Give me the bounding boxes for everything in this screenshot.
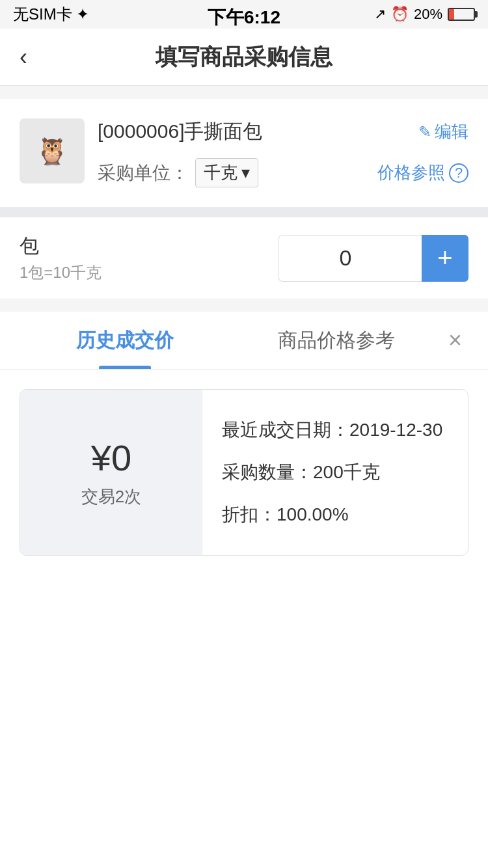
quantity-plus-button[interactable]: + xyxy=(422,235,468,282)
price-ref-label: 价格参照 xyxy=(377,161,445,184)
quantity-row: 包 1包=10千克 + xyxy=(0,217,488,299)
price-discount-value: 100.00% xyxy=(277,504,349,524)
tab-history-price-label: 历史成交价 xyxy=(76,327,174,354)
quantity-unit: 包 xyxy=(20,233,102,260)
unit-select-dropdown[interactable]: 千克 ▾ xyxy=(195,158,258,187)
unit-value: 千克 xyxy=(204,161,237,184)
owl-icon: 🦉 xyxy=(36,136,68,167)
price-card-left: ¥0 交易2次 xyxy=(20,390,202,555)
unit-row: 采购单位： 千克 ▾ 价格参照 ? xyxy=(98,158,468,187)
price-recent-date-row: 最近成交日期：2019-12-30 xyxy=(222,416,448,445)
quantity-input[interactable] xyxy=(278,235,422,282)
status-bar: 无SIM卡 ✦ 下午6:12 ↗ ⏰ 20% xyxy=(0,0,488,29)
price-purchase-qty-row: 采购数量：200千克 xyxy=(222,458,448,487)
sim-text: 无SIM卡 ✦ xyxy=(13,4,89,25)
price-ref-help-icon: ? xyxy=(449,163,468,183)
edit-icon: ✎ xyxy=(418,123,431,141)
price-purchase-qty-label: 采购数量： xyxy=(222,462,313,482)
tab-history-price[interactable]: 历史成交价 xyxy=(20,312,230,369)
product-details: [0000006]手撕面包 ✎ 编辑 采购单位： 千克 ▾ 价格参照 ? xyxy=(98,118,468,187)
alarm-icon: ⏰ xyxy=(391,6,409,23)
edit-label: 编辑 xyxy=(435,120,468,143)
quantity-conversion: 1包=10千克 xyxy=(20,262,102,283)
price-discount-label: 折扣： xyxy=(222,504,277,524)
price-amount: 0 xyxy=(111,437,131,478)
product-thumbnail: 🦉 xyxy=(20,118,85,183)
price-info-section: ¥0 交易2次 最近成交日期：2019-12-30 采购数量：200千克 折扣：… xyxy=(0,370,488,575)
status-left: 无SIM卡 ✦ xyxy=(13,4,89,25)
section-divider-gray xyxy=(0,207,488,217)
battery-percent: 20% xyxy=(414,6,442,23)
product-name: [0000006]手撕面包 xyxy=(98,118,262,145)
price-recent-date-label: 最近成交日期： xyxy=(222,420,349,440)
price-currency-symbol: ¥ xyxy=(91,437,111,478)
dropdown-arrow-icon: ▾ xyxy=(241,163,250,183)
price-reference-button[interactable]: 价格参照 ? xyxy=(377,161,468,184)
price-purchase-qty-value: 200千克 xyxy=(313,462,380,482)
tab-close-button[interactable]: × xyxy=(442,322,468,359)
page-title: 填写商品采购信息 xyxy=(156,42,332,72)
plus-icon: + xyxy=(437,243,452,273)
status-right: ↗ ⏰ 20% xyxy=(374,6,475,23)
price-discount-row: 折扣：100.00% xyxy=(222,500,448,530)
price-card-right: 最近成交日期：2019-12-30 采购数量：200千克 折扣：100.00% xyxy=(202,390,468,555)
tab-panel: 历史成交价 商品价格参考 × ¥0 交易2次 最近成交日期：2019-12-30… xyxy=(0,312,488,575)
bottom-content-area xyxy=(0,575,488,868)
location-icon: ↗ xyxy=(374,6,386,23)
tab-product-price-ref-label: 商品价格参考 xyxy=(278,327,395,354)
edit-button[interactable]: ✎ 编辑 xyxy=(418,120,468,143)
battery-icon xyxy=(448,8,475,21)
price-recent-date-value: 2019-12-30 xyxy=(349,420,442,440)
price-card: ¥0 交易2次 最近成交日期：2019-12-30 采购数量：200千克 折扣：… xyxy=(20,389,468,556)
battery-fill xyxy=(449,9,454,20)
unit-label: 采购单位： xyxy=(98,161,189,185)
status-time: 下午6:12 xyxy=(208,5,280,30)
back-button[interactable]: ‹ xyxy=(13,37,34,77)
tab-bar: 历史成交价 商品价格参考 × xyxy=(0,312,488,370)
product-name-row: [0000006]手撕面包 ✎ 编辑 xyxy=(98,118,468,145)
price-display: ¥0 xyxy=(91,437,131,479)
quantity-label-block: 包 1包=10千克 xyxy=(20,233,102,283)
product-card: 🦉 [0000006]手撕面包 ✎ 编辑 采购单位： 千克 ▾ 价格参照 ? xyxy=(0,99,488,207)
quantity-input-area: + xyxy=(115,235,468,282)
tab-product-price-ref[interactable]: 商品价格参考 xyxy=(230,312,441,369)
nav-bar: ‹ 填写商品采购信息 xyxy=(0,29,488,86)
price-tx-count: 交易2次 xyxy=(81,485,141,508)
